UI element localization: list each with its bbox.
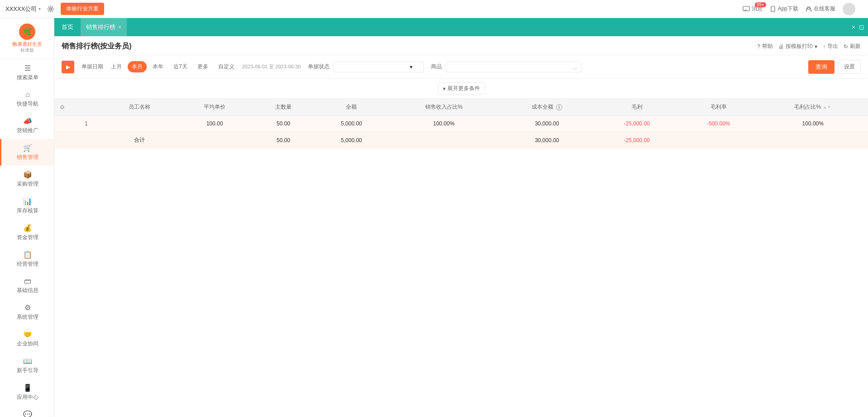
last-month-btn[interactable]: 上月 bbox=[107, 61, 126, 72]
col-settings-icon[interactable]: ⚙ bbox=[60, 104, 65, 110]
col-settings[interactable]: ⚙ bbox=[54, 99, 70, 116]
cost-info-icon[interactable]: ℹ bbox=[556, 104, 562, 110]
expand-more-button[interactable]: ▾ 展开更多条件 bbox=[438, 82, 485, 95]
sidebar-item-operations[interactable]: 📋 经营管理 bbox=[0, 246, 54, 273]
print-label: 按模板打印 bbox=[786, 43, 813, 50]
col-main-qty: 主数量 bbox=[252, 99, 315, 116]
last7days-btn[interactable]: 近7天 bbox=[169, 61, 192, 72]
date-filter-label: 单据日期 bbox=[82, 63, 103, 71]
export-icon: ↑ bbox=[823, 43, 825, 50]
table-cell: 30,000.00 bbox=[499, 116, 595, 132]
svg-point-0 bbox=[50, 8, 52, 10]
more-btn[interactable]: 更多 bbox=[193, 61, 212, 72]
help-button[interactable]: ? 帮助 bbox=[757, 43, 773, 50]
table-cell bbox=[102, 116, 177, 132]
table-cell: 5,000.00 bbox=[315, 116, 388, 132]
tab-sales-ranking[interactable]: 销售排行榜 × bbox=[81, 18, 127, 36]
page-title: 销售排行榜(按业务员) bbox=[62, 42, 132, 51]
online-service-button[interactable]: 在线客服 bbox=[806, 5, 835, 13]
tab-sales-ranking-label: 销售排行榜 bbox=[86, 23, 115, 31]
col-gross-margin: 毛利率 bbox=[679, 99, 758, 116]
print-button[interactable]: 🖨 按模板打印 ▾ bbox=[778, 43, 817, 50]
operations-icon: 📋 bbox=[23, 250, 32, 259]
expand-more-label: 展开更多条件 bbox=[447, 85, 480, 92]
window-close-icon[interactable]: × bbox=[852, 24, 855, 31]
message-icon bbox=[743, 5, 750, 13]
filter-bar: ▶ 单据日期 上月 本月 本年 近7天 更多 自定义 2023-06-01 至 … bbox=[54, 55, 868, 79]
footer-gross-pct bbox=[758, 132, 868, 149]
expand-chevron-icon: ▾ bbox=[443, 86, 446, 92]
settings-icon-btn[interactable] bbox=[44, 3, 57, 15]
table-footer-row: 合计 50.00 5,000.00 30,000.00 -25,000.00 bbox=[54, 132, 868, 149]
sidebar-item-app-center[interactable]: 📱 应用中心 bbox=[0, 379, 54, 406]
sidebar-item-purchase-label: 采购管理 bbox=[17, 180, 38, 188]
window-restore-icon[interactable]: ⊡ bbox=[859, 24, 864, 31]
print-icon: 🖨 bbox=[778, 43, 784, 50]
footer-gross-margin bbox=[679, 132, 758, 149]
sidebar-item-system[interactable]: ⚙ 系统管理 bbox=[0, 299, 54, 326]
table-header-row: ⚙ 员工名称 平均单价 主数量 bbox=[54, 99, 868, 116]
sidebar-item-corp[interactable]: 🤝 企业协同 bbox=[0, 326, 54, 352]
collapse-button[interactable]: ▶ bbox=[62, 61, 74, 73]
col-gross-pct: 毛利占比% ▲▼ bbox=[758, 99, 868, 116]
refresh-button[interactable]: ↻ 刷新 bbox=[844, 43, 861, 50]
trial-button[interactable]: 体验行业方案 bbox=[61, 3, 104, 15]
sidebar-item-guide[interactable]: 📖 新手引导 bbox=[0, 352, 54, 379]
company-chevron-icon: ▾ bbox=[38, 6, 41, 11]
sidebar-item-inventory-label: 库存核算 bbox=[17, 207, 38, 215]
tab-bar-right: × ⊡ bbox=[848, 24, 868, 31]
footer-cost-amount: 30,000.00 bbox=[499, 132, 595, 149]
export-button[interactable]: ↑ 导出 bbox=[823, 43, 838, 50]
data-table: ⚙ 员工名称 平均单价 主数量 bbox=[54, 99, 868, 149]
sidebar-item-inventory[interactable]: 📊 库存核算 bbox=[0, 192, 54, 219]
sidebar-item-search[interactable]: ☰ 搜索菜单 bbox=[0, 59, 54, 86]
date-filter-group: 上月 本月 本年 近7天 更多 自定义 bbox=[107, 61, 239, 72]
sidebar-item-guide-label: 新手引导 bbox=[17, 367, 38, 374]
marketing-icon: 📣 bbox=[23, 117, 32, 125]
col-employee-name: 员工名称 bbox=[102, 99, 177, 116]
company-name: XXXXX公司 bbox=[5, 5, 37, 13]
gross-pct-sort-icon[interactable]: ▲▼ bbox=[822, 105, 831, 110]
app-download-button[interactable]: App下载 bbox=[770, 5, 798, 13]
page-settings-button[interactable]: 设置 bbox=[838, 60, 861, 74]
status-dropdown[interactable]: ▾ bbox=[333, 62, 424, 72]
table-container: ⚙ 员工名称 平均单价 主数量 bbox=[54, 99, 868, 149]
home-icon: ⌂ bbox=[25, 91, 30, 99]
sidebar-item-app-center-label: 应用中心 bbox=[17, 393, 38, 401]
sidebar-item-basic[interactable]: 🗃 基础信息 bbox=[0, 273, 54, 299]
table-footer: 合计 50.00 5,000.00 30,000.00 -25,000.00 bbox=[54, 132, 868, 149]
sidebar-item-marketing[interactable]: 📣 营销推广 bbox=[0, 112, 54, 139]
sidebar-item-operations-label: 经营管理 bbox=[17, 260, 38, 268]
sidebar-item-quick-nav[interactable]: ⌂ 快捷导航 bbox=[0, 86, 54, 112]
this-month-btn[interactable]: 本月 bbox=[128, 61, 147, 72]
footer-amount: 5,000.00 bbox=[315, 132, 388, 149]
top-bar: XXXXX公司 ▾ 体验行业方案 消息 99+ App下载 bbox=[0, 0, 868, 18]
custom-btn[interactable]: 自定义 bbox=[214, 61, 239, 72]
message-button[interactable]: 消息 99+ bbox=[743, 5, 762, 13]
company-selector[interactable]: XXXXX公司 ▾ bbox=[5, 5, 41, 13]
user-avatar[interactable] bbox=[843, 3, 855, 15]
sidebar-item-wechat[interactable]: 💬 企业微信 bbox=[0, 406, 54, 417]
goods-field[interactable]: ... bbox=[446, 62, 581, 72]
this-year-btn[interactable]: 本年 bbox=[149, 61, 168, 72]
help-label: 帮助 bbox=[762, 43, 773, 50]
sidebar-item-system-label: 系统管理 bbox=[17, 313, 38, 321]
footer-gross-profit: -25,000.00 bbox=[595, 132, 679, 149]
status-filter-section: 单据状态 ▾ bbox=[308, 62, 424, 72]
main-layout: 🌿 畅康通好生意 标准版 ☰ 搜索菜单 ⌂ 快捷导航 📣 营销推广 🛒 销售管理… bbox=[0, 18, 868, 417]
sales-icon: 🛒 bbox=[23, 144, 32, 152]
tab-home[interactable]: 首页 bbox=[54, 18, 81, 36]
sidebar-item-sales[interactable]: 🛒 销售管理 bbox=[0, 139, 54, 166]
headset-icon bbox=[806, 6, 812, 12]
sidebar-item-purchase[interactable]: 📦 采购管理 bbox=[0, 166, 54, 192]
corp-icon: 🤝 bbox=[23, 330, 32, 339]
table-cell bbox=[54, 116, 70, 132]
sidebar-item-finance[interactable]: 💰 资金管理 bbox=[0, 219, 54, 246]
table-cell: 1 bbox=[70, 116, 102, 132]
top-bar-right: 消息 99+ App下载 在线客服 bbox=[743, 3, 863, 15]
tab-close-icon[interactable]: × bbox=[118, 24, 121, 30]
footer-settings bbox=[54, 132, 70, 149]
query-button[interactable]: 查询 bbox=[808, 60, 834, 74]
tab-bar: 首页 销售排行榜 × × ⊡ bbox=[54, 18, 868, 36]
goods-more-icon[interactable]: ... bbox=[573, 64, 577, 70]
